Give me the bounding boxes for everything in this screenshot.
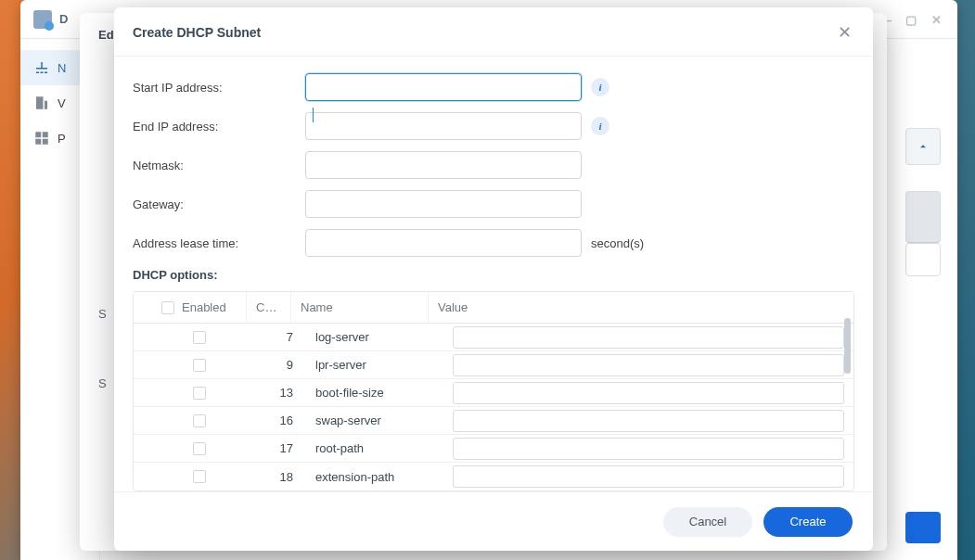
app-icon (33, 10, 52, 29)
dhcp-options-table: Enabled C… Name Value 7log-server9lpr-se… (133, 291, 854, 491)
start-ip-label: Start IP address: (133, 81, 305, 95)
info-icon[interactable]: i (591, 117, 609, 135)
cell-value (443, 379, 853, 406)
option-value-input[interactable] (453, 326, 844, 349)
bg-collapse-toggle[interactable] (905, 128, 941, 165)
row-checkbox[interactable] (193, 359, 206, 372)
select-all-checkbox[interactable] (161, 301, 174, 314)
lease-label: Address lease time: (133, 236, 305, 250)
sidebar-item-label: N (58, 61, 66, 75)
column-header-enabled[interactable]: Enabled (134, 292, 247, 323)
table-header-row: Enabled C… Name Value (134, 292, 853, 324)
column-header-code[interactable]: C… (247, 292, 291, 323)
cell-enabled (134, 435, 247, 462)
field-start-ip: Start IP address: i (133, 73, 854, 101)
modal-footer: Cancel Create (114, 491, 873, 551)
scrollbar-thumb[interactable] (844, 318, 851, 374)
option-value-input[interactable] (453, 410, 844, 432)
column-header-label: Enabled (182, 300, 226, 314)
column-header-label: Value (438, 300, 468, 314)
cell-enabled (134, 351, 247, 378)
bg-app-title: D (59, 12, 68, 26)
cancel-button[interactable]: Cancel (663, 507, 752, 537)
cell-name: extension-path (306, 463, 443, 490)
cell-value (443, 324, 853, 350)
modal-title: Create DHCP Subnet (133, 25, 261, 40)
row-checkbox[interactable] (193, 387, 206, 400)
table-row: 18extension-path (134, 463, 853, 490)
field-lease-time: Address lease time: second(s) (133, 229, 854, 257)
create-button[interactable]: Create (763, 507, 853, 537)
cell-name: boot-file-size (306, 379, 443, 406)
close-button[interactable]: ✕ (834, 22, 854, 43)
bg-panel-white (905, 243, 941, 276)
row-checkbox[interactable] (193, 442, 206, 455)
cell-code: 18 (247, 463, 306, 490)
column-header-label: Name (301, 300, 333, 314)
cell-code: 16 (247, 407, 306, 434)
cell-code: 17 (247, 435, 306, 462)
close-icon: ✕ (838, 22, 852, 43)
lease-input[interactable] (305, 229, 582, 257)
netmask-label: Netmask: (133, 159, 305, 172)
dhcp-options-heading: DHCP options: (133, 268, 854, 282)
option-value-input[interactable] (453, 354, 844, 376)
table-body: 7log-server9lpr-server13boot-file-size16… (134, 324, 853, 490)
cell-value (443, 435, 853, 462)
row-checkbox[interactable] (193, 331, 206, 344)
cell-enabled (134, 407, 247, 434)
sidebar-item-label: V (58, 96, 66, 110)
cell-code: 9 (247, 351, 306, 378)
gateway-label: Gateway: (133, 197, 305, 211)
network-icon (33, 59, 50, 76)
table-row: 16swap-server (134, 407, 853, 435)
info-icon[interactable]: i (591, 78, 609, 96)
building-icon (33, 95, 50, 111)
end-ip-input[interactable] (305, 112, 582, 140)
cell-name: root-path (306, 435, 443, 462)
create-dhcp-subnet-modal: Create DHCP Subnet ✕ Start IP address: i… (114, 7, 873, 551)
maximize-icon[interactable]: ▢ (905, 13, 918, 26)
netmask-input[interactable] (305, 151, 582, 179)
cell-name: lpr-server (306, 351, 443, 378)
row-checkbox[interactable] (193, 414, 206, 427)
field-netmask: Netmask: (133, 151, 854, 179)
cell-code: 13 (247, 379, 306, 406)
option-value-input[interactable] (453, 438, 844, 460)
cell-name: log-server (306, 324, 443, 350)
lease-unit: second(s) (591, 236, 644, 250)
cell-value (443, 463, 853, 490)
option-value-input[interactable] (453, 465, 844, 488)
field-gateway: Gateway: (133, 190, 854, 218)
bg-primary-button[interactable] (905, 512, 941, 543)
close-icon[interactable]: ✕ (931, 13, 944, 26)
cell-enabled (134, 379, 247, 406)
cell-value (443, 351, 853, 378)
chevron-up-icon (917, 140, 930, 153)
column-header-label: C… (256, 300, 276, 314)
gateway-input[interactable] (305, 190, 582, 218)
bg-panel-gray (905, 191, 941, 243)
cell-code: 7 (247, 324, 306, 350)
option-value-input[interactable] (453, 382, 844, 404)
row-checkbox[interactable] (193, 470, 206, 483)
sidebar-item-label: P (58, 132, 66, 146)
modal-body: Start IP address: i End IP address: i Ne… (114, 57, 873, 491)
table-row: 9lpr-server (134, 351, 853, 379)
cell-enabled (134, 463, 247, 490)
grid-icon (33, 130, 50, 146)
cell-value (443, 407, 853, 434)
cell-enabled (134, 324, 247, 350)
column-header-value[interactable]: Value (429, 292, 853, 323)
modal-header: Create DHCP Subnet ✕ (114, 7, 873, 57)
table-row: 17root-path (134, 435, 853, 463)
cell-name: swap-server (306, 407, 443, 434)
start-ip-input[interactable] (305, 73, 582, 101)
column-header-name[interactable]: Name (291, 292, 429, 323)
end-ip-label: End IP address: (133, 120, 305, 134)
table-row: 7log-server (134, 324, 853, 351)
table-row: 13boot-file-size (134, 379, 853, 407)
field-end-ip: End IP address: i (133, 112, 854, 140)
